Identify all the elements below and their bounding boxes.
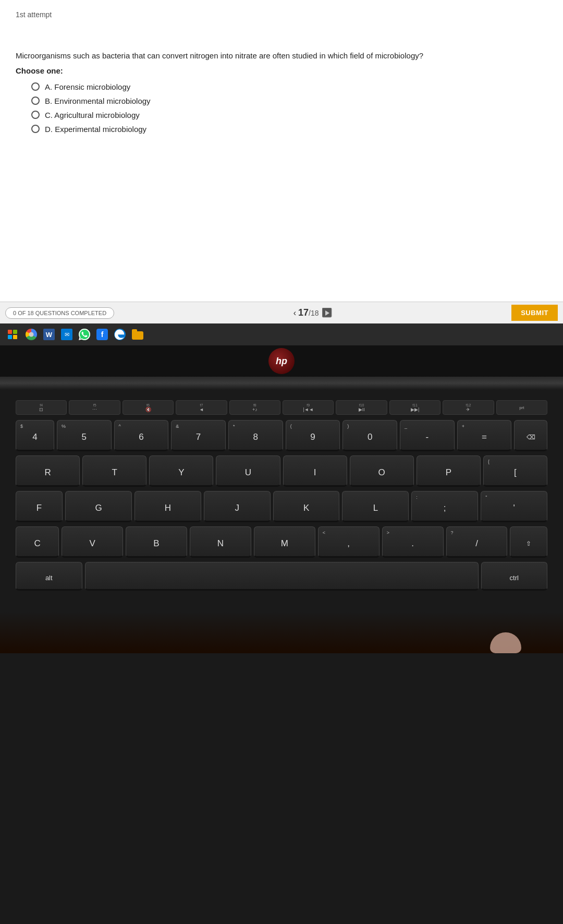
hp-logo: hp [268,348,295,374]
key-n[interactable]: N [190,526,251,558]
key-equals[interactable]: + = [457,420,512,451]
key-comma[interactable]: < , [318,526,380,558]
key-alt[interactable]: alt [16,562,82,591]
key-f6[interactable]: f6 🔇 [123,400,174,415]
option-b[interactable]: B. Environmental microbiology [31,97,547,105]
radio-b[interactable] [31,97,40,105]
finger-area [0,611,563,653]
bottom-key-row: C V B N M < , > . ? / ⇧ [10,526,553,558]
word-icon: W [43,329,55,340]
key-semicolon[interactable]: : ; [411,491,478,522]
chevron-left-icon[interactable]: ‹ [293,308,296,318]
key-r[interactable]: R [16,455,80,487]
key-f8[interactable]: f8 +♪ [229,400,280,415]
current-question-number: 17 [298,307,309,318]
key-t[interactable]: T [82,455,146,487]
key-8[interactable]: * 8 [228,420,283,451]
function-key-row: f4 ⊡ f5 ⋯ f6 🔇 f7 ◄ f8 +♪ f9 |◄◄ f10 ▶II… [10,400,553,415]
progress-indicator: 0 OF 18 QUESTIONS COMPLETED [5,307,114,319]
finger-shape [490,632,521,653]
key-spacebar[interactable] [85,562,479,591]
mail-icon: ✉ [61,329,72,340]
radio-a[interactable] [31,82,40,91]
key-f10[interactable]: f10 ▶II [336,400,387,415]
key-c[interactable]: C [16,526,59,558]
key-slash[interactable]: ? / [446,526,508,558]
nav-controls[interactable]: ‹ 17 /18 [293,307,333,318]
option-c-label: C. Agricultural microbiology [45,111,140,119]
option-a[interactable]: A. Forensic microbiology [31,82,547,91]
qwerty-key-row: R T Y U I O P { [ [10,455,553,487]
instruction-text: Choose one: [16,66,547,75]
key-open-brace[interactable]: { [ [483,455,547,487]
options-list: A. Forensic microbiology B. Environmenta… [16,82,547,134]
number-key-row: $ 4 % 5 ^ 6 & 7 * 8 ( 9 ) 0 _ - [10,420,553,451]
laptop-hinge [0,377,563,390]
option-b-label: B. Environmental microbiology [45,97,151,105]
forward-arrow-icon[interactable] [322,308,333,318]
key-g[interactable]: G [65,491,132,522]
facebook-taskbar-icon[interactable]: f [95,327,109,342]
question-text: Microorganisms such as bacteria that can… [16,50,547,62]
key-period[interactable]: > . [382,526,444,558]
key-o[interactable]: O [350,455,414,487]
key-5[interactable]: % 5 [57,420,112,451]
key-dollar[interactable]: $ 4 [16,420,54,451]
radio-c[interactable] [31,111,40,119]
key-y[interactable]: Y [149,455,213,487]
bottom-bar: 0 OF 18 QUESTIONS COMPLETED ‹ 17 /18 SUB… [0,302,563,323]
start-button[interactable] [4,326,21,343]
key-j[interactable]: J [204,491,271,522]
word-taskbar-icon[interactable]: W [42,327,56,342]
chrome-taskbar-icon[interactable] [24,327,39,342]
mail-taskbar-icon[interactable]: ✉ [59,327,74,342]
space-key-row: alt ctrl [10,558,553,591]
key-f12[interactable]: f12 ✈ [443,400,494,415]
attempt-label: 1st attempt [16,10,547,19]
chrome-icon [26,329,37,340]
key-0[interactable]: ) 0 [342,420,397,451]
option-d-label: D. Experimental microbiology [45,125,146,134]
edge-icon [114,329,126,340]
facebook-icon: f [96,329,108,340]
key-f9[interactable]: f9 |◄◄ [283,400,334,415]
key-l[interactable]: L [342,491,409,522]
key-i[interactable]: I [283,455,347,487]
key-v[interactable]: V [62,526,123,558]
submit-button[interactable]: SUBMIT [511,305,558,321]
key-6[interactable]: ^ 6 [114,420,169,451]
key-h[interactable]: H [134,491,201,522]
whatsapp-taskbar-icon[interactable] [77,327,92,342]
key-u[interactable]: U [216,455,280,487]
edge-taskbar-icon[interactable] [113,327,127,342]
option-d[interactable]: D. Experimental microbiology [31,125,547,134]
key-shift-right-partial[interactable]: ⇧ [510,526,547,558]
radio-d[interactable] [31,125,40,133]
key-p[interactable]: P [417,455,481,487]
key-quote[interactable]: " ' [481,491,547,522]
key-prt[interactable]: prt [496,400,547,415]
key-minus[interactable]: _ - [400,420,455,451]
taskbar: W ✉ f [0,323,563,345]
option-a-label: A. Forensic microbiology [45,82,130,91]
key-f4[interactable]: f4 ⊡ [16,400,67,415]
whatsapp-icon [79,329,90,340]
key-backspace-partial[interactable]: ⌫ [514,420,547,451]
home-key-row: F G H J K L : ; " ' [10,491,553,522]
option-c[interactable]: C. Agricultural microbiology [31,111,547,119]
hp-logo-area: hp [0,345,563,377]
key-7[interactable]: & 7 [171,420,226,451]
key-b[interactable]: B [126,526,187,558]
key-m[interactable]: M [254,526,315,558]
key-f5[interactable]: f5 ⋯ [69,400,120,415]
key-f7[interactable]: f7 ◄ [176,400,227,415]
key-f11[interactable]: f11 ▶▶| [389,400,440,415]
files-icon [132,329,143,340]
laptop-screen: 1st attempt Microorganisms such as bacte… [0,0,563,323]
key-ctrl[interactable]: ctrl [481,562,548,591]
key-k[interactable]: K [273,491,340,522]
key-f[interactable]: F [16,491,63,522]
windows-logo-icon [8,330,17,339]
key-9[interactable]: ( 9 [286,420,340,451]
files-taskbar-icon[interactable] [130,327,145,342]
